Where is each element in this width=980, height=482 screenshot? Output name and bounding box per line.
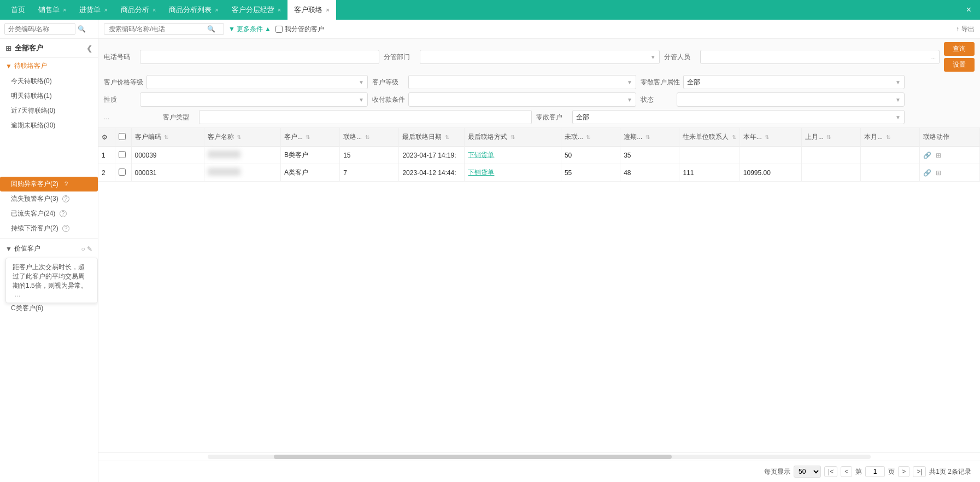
col-overdue[interactable]: 逾期... ⇅ — [620, 128, 679, 147]
my-customers-label: 我分管的客户 — [285, 25, 324, 34]
nav-sales[interactable]: 销售单 × — [32, 0, 73, 20]
nav-home[interactable]: 首页 — [4, 0, 32, 20]
col-last-method-label: 最后联络方式 — [468, 133, 507, 141]
col-type[interactable]: 客户... ⇅ — [280, 128, 339, 147]
nav-purchase[interactable]: 进货单 × — [73, 0, 114, 20]
next-page-button[interactable]: > — [898, 466, 909, 477]
export-button[interactable]: ↑ 导出 — [956, 25, 975, 34]
row2-method-link[interactable]: 下销货单 — [468, 169, 494, 176]
row1-method-link[interactable]: 下销货单 — [468, 151, 494, 159]
row1-checkbox[interactable] — [115, 147, 131, 164]
sidebar-item-c-class[interactable]: C类客户(6) — [0, 301, 98, 316]
row2-check[interactable] — [119, 169, 126, 176]
nav-product-analysis-close[interactable]: × — [152, 7, 156, 13]
nav-purchase-close[interactable]: × — [104, 7, 107, 13]
scroll-thumb[interactable] — [274, 455, 672, 459]
row1-action: 🔗 ⊞ — [920, 147, 980, 164]
sidebar-item-7days[interactable]: 近7天待联络(0) — [0, 103, 98, 118]
nav-customer-segments-close[interactable]: × — [278, 7, 281, 13]
window-close-button[interactable]: × — [962, 5, 976, 15]
row1-link-icon[interactable]: 🔗 — [923, 152, 931, 159]
row2-last-date: 2023-04-12 14:44: — [399, 164, 465, 182]
row2-checkbox[interactable] — [115, 164, 131, 182]
table-row: 1 000039 B类客户 15 2023-04-17 14:19: 下销货单 … — [98, 147, 980, 164]
col-last-date[interactable]: 最后联络日期 ⇅ — [399, 128, 465, 147]
sidebar-item-today[interactable]: 今天待联络(0) — [0, 74, 98, 89]
col-last-month[interactable]: 上月... ⇅ — [801, 128, 860, 147]
per-page-label: 每页显示 — [764, 467, 790, 477]
row2-link-icon[interactable]: 🔗 — [923, 169, 931, 177]
sidebar-item-tomorrow[interactable]: 明天待联络(1) — [0, 89, 98, 103]
filter-retail-customer-select[interactable]: 全部 ▼ — [572, 110, 905, 124]
search-input[interactable] — [109, 25, 207, 33]
nav-product-analysis[interactable]: 商品分析 × — [114, 0, 162, 20]
nav-customer-segments[interactable]: 客户分层经营 × — [225, 0, 287, 20]
nav-product-analysis-list-close[interactable]: × — [215, 7, 218, 13]
col-uncontacted[interactable]: 未联... ⇅ — [561, 128, 620, 147]
toolbar-search-icon[interactable]: 🔍 — [207, 25, 215, 33]
filter-payment-select[interactable]: ▼ — [408, 92, 636, 107]
nav-customer-contact[interactable]: 客户联络 × — [287, 0, 336, 20]
my-customers-check[interactable] — [275, 26, 283, 33]
row1-last-method[interactable]: 下销货单 — [465, 147, 561, 164]
col-contact-count[interactable]: 联络... ⇅ — [340, 128, 399, 147]
select-all-checkbox[interactable] — [119, 133, 126, 140]
prev-page-button[interactable]: < — [841, 466, 852, 477]
sidebar-group1-header[interactable]: ▼ 待联络客户 — [0, 58, 98, 74]
horizontal-scrollbar[interactable] — [98, 452, 980, 461]
group1-arrow-icon: ▼ — [5, 62, 12, 70]
query-button[interactable]: 查询 — [944, 42, 975, 56]
sidebar-all-customers-header[interactable]: ⊞ 全部客户 ❮ — [0, 39, 98, 58]
filter-retail-attr-select[interactable]: 全部 ▼ — [683, 75, 905, 89]
row1-grid-icon[interactable]: ⊞ — [936, 152, 941, 159]
sidebar-divider — [0, 238, 98, 239]
filter-gender-select[interactable]: ▼ — [140, 92, 368, 107]
row2-action-icons: 🔗 ⊞ — [923, 169, 976, 177]
row2-grid-icon[interactable]: ⊞ — [936, 169, 941, 177]
sidebar-group2-header[interactable]: ▼ 价值客户 ○ ✎ — [0, 241, 98, 257]
sidebar-item-declining-label: 持续下滑客户(2) — [11, 224, 58, 232]
filter-customer-type-select[interactable] — [199, 110, 532, 124]
sidebar-item-declining[interactable]: 持续下滑客户(2) ? — [0, 221, 98, 236]
last-page-button[interactable]: >| — [913, 466, 926, 477]
nav-product-analysis-list[interactable]: 商品分析列表 × — [162, 0, 225, 20]
col-action-label: 联络动作 — [923, 133, 949, 141]
filter-manager-select[interactable]: ... — [700, 50, 940, 64]
col-contact-person[interactable]: 往来单位联系人 ⇅ — [679, 128, 740, 147]
row1-check[interactable] — [119, 151, 126, 158]
row2-last-method[interactable]: 下销货单 — [465, 164, 561, 182]
filter-price-level-select[interactable]: ▼ — [146, 75, 368, 89]
filter-status-select[interactable]: ▼ — [677, 92, 905, 107]
first-page-button[interactable]: |< — [824, 466, 837, 477]
sidebar-item-churned[interactable]: 已流失客户(24) ? — [0, 206, 98, 221]
more-conditions-btn[interactable]: ▼ 更多条件 ▲ — [228, 25, 271, 34]
sidebar-item-overdue[interactable]: 逾期未联络(30) — [0, 118, 98, 133]
col-last-method[interactable]: 最后联络方式 ⇅ — [465, 128, 561, 147]
sidebar-item-c-class-label: C类客户(6) — [11, 304, 43, 312]
sidebar-item-churn-warning[interactable]: 流失预警客户(3) ? — [0, 191, 98, 206]
my-customers-checkbox[interactable]: 我分管的客户 — [275, 25, 324, 34]
per-page-select[interactable]: 50 — [794, 466, 821, 478]
col-name[interactable]: 客户名称 ⇅ — [204, 128, 280, 147]
col-this-month[interactable]: 本月... ⇅ — [861, 128, 920, 147]
row2-contact-count: 7 — [340, 164, 399, 182]
nav-sales-close[interactable]: × — [63, 7, 66, 13]
col-this-year[interactable]: 本年... ⇅ — [740, 128, 801, 147]
filter-dept-select[interactable]: ▼ — [420, 50, 659, 64]
info-icon: ? — [62, 180, 70, 188]
col-code[interactable]: 客户编码 ⇅ — [131, 128, 204, 147]
nav-customer-contact-close[interactable]: × — [326, 7, 329, 13]
settings-button[interactable]: 设置 — [944, 58, 975, 72]
sidebar-item-abnormal-repurchase[interactable]: 回购异常客户(2) ? — [0, 177, 98, 191]
page-number-input[interactable] — [865, 466, 885, 477]
sidebar-collapse-btn[interactable]: ❮ — [86, 44, 92, 53]
sidebar-search-icon[interactable]: 🔍 — [78, 25, 86, 33]
sidebar-search-input[interactable] — [4, 23, 75, 35]
row2-name-blurred — [208, 168, 240, 176]
filter-customer-level-select[interactable]: ▼ — [408, 75, 636, 89]
filter-phone-input[interactable] — [140, 50, 379, 64]
sidebar-item-overdue-label: 逾期未联络(30) — [11, 121, 55, 129]
col-checkbox[interactable] — [115, 128, 131, 147]
col-settings[interactable]: ⚙ — [98, 128, 115, 147]
edit-icons[interactable]: ○ ✎ — [81, 245, 92, 253]
